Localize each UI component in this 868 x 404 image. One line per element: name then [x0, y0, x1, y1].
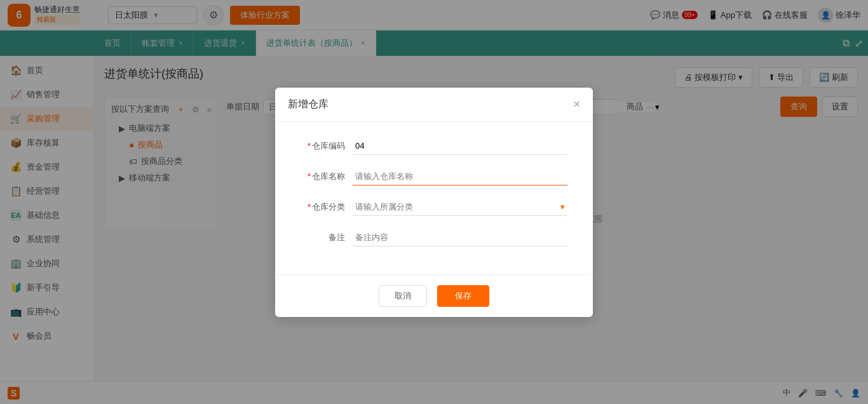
- name-label: 仓库名称: [301, 171, 345, 182]
- modal-body: 仓库编码 仓库名称 仓库分类 ▾ 备注: [275, 122, 593, 274]
- modal-overlay: 新增仓库 × 仓库编码 仓库名称 仓库分类 ▾: [0, 0, 868, 404]
- warehouse-name-input[interactable]: [353, 168, 567, 185]
- modal-header: 新增仓库 ×: [275, 88, 593, 122]
- save-button[interactable]: 保存: [437, 285, 489, 307]
- remark-label: 备注: [301, 232, 345, 243]
- form-row-code: 仓库编码: [301, 137, 567, 155]
- chevron-down-icon: ▾: [560, 202, 565, 212]
- category-input[interactable]: [355, 202, 560, 212]
- form-row-remark: 备注: [301, 229, 567, 246]
- cancel-button[interactable]: 取消: [379, 285, 427, 307]
- warehouse-code-input[interactable]: [353, 137, 567, 155]
- code-label: 仓库编码: [301, 140, 345, 152]
- form-row-category: 仓库分类 ▾: [301, 198, 567, 216]
- modal-close-button[interactable]: ×: [573, 98, 580, 111]
- add-warehouse-modal: 新增仓库 × 仓库编码 仓库名称 仓库分类 ▾: [275, 88, 593, 317]
- category-select-wrap[interactable]: ▾: [353, 198, 567, 216]
- modal-title: 新增仓库: [288, 98, 329, 111]
- category-label: 仓库分类: [301, 201, 345, 213]
- form-row-name: 仓库名称: [301, 168, 567, 185]
- remark-input[interactable]: [353, 229, 567, 246]
- modal-footer: 取消 保存: [275, 274, 593, 317]
